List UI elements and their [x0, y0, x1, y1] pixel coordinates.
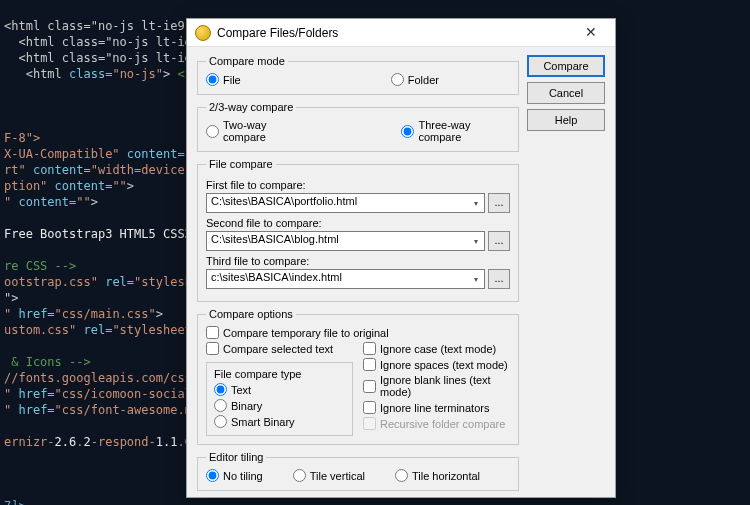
editor-tiling-group: Editor tiling No tiling Tile vertical Ti… — [197, 451, 519, 491]
third-file-label: Third file to compare: — [206, 255, 510, 267]
dialog-title: Compare Files/Folders — [217, 26, 569, 40]
app-icon — [195, 25, 211, 41]
first-file-combo[interactable]: C:\sites\BASICA\portfolio.html ▾ — [206, 193, 485, 213]
radio-no-tiling[interactable]: No tiling — [206, 469, 263, 482]
check-recursive: Recursive folder compare — [363, 417, 510, 430]
cancel-button[interactable]: Cancel — [527, 82, 605, 104]
check-temp[interactable]: Compare temporary file to original — [206, 326, 510, 339]
check-ignore-case[interactable]: Ignore case (text mode) — [363, 342, 510, 355]
second-file-label: Second file to compare: — [206, 217, 510, 229]
way-compare-group: 2/3-way compare Two-way compare Three-wa… — [197, 101, 519, 152]
radio-two-way[interactable]: Two-way compare — [206, 119, 306, 143]
compare-dialog: Compare Files/Folders ✕ Compare mode Fil… — [186, 18, 616, 498]
chevron-down-icon[interactable]: ▾ — [468, 270, 484, 288]
check-ignore-term[interactable]: Ignore line terminators — [363, 401, 510, 414]
radio-folder[interactable]: Folder — [391, 73, 439, 86]
editor-tiling-legend: Editor tiling — [206, 451, 266, 463]
compare-options-group: Compare options Compare temporary file t… — [197, 308, 519, 445]
chevron-down-icon[interactable]: ▾ — [468, 194, 484, 212]
close-icon[interactable]: ✕ — [575, 23, 607, 43]
help-button[interactable]: Help — [527, 109, 605, 131]
compare-button[interactable]: Compare — [527, 55, 605, 77]
third-file-browse[interactable]: ... — [488, 269, 510, 289]
file-compare-group: File compare First file to compare: C:\s… — [197, 158, 519, 302]
file-compare-type-legend: File compare type — [214, 368, 345, 380]
compare-mode-legend: Compare mode — [206, 55, 288, 67]
third-file-combo[interactable]: c:\sites\BASICA\index.html ▾ — [206, 269, 485, 289]
first-file-label: First file to compare: — [206, 179, 510, 191]
radio-smart-binary[interactable]: Smart Binary — [214, 415, 345, 428]
check-ignore-blank[interactable]: Ignore blank lines (text mode) — [363, 374, 510, 398]
titlebar: Compare Files/Folders ✕ — [187, 19, 615, 47]
first-file-browse[interactable]: ... — [488, 193, 510, 213]
file-compare-legend: File compare — [206, 158, 276, 170]
compare-options-legend: Compare options — [206, 308, 296, 320]
file-compare-type-group: File compare type Text Binary Smart Bina… — [206, 362, 353, 436]
radio-three-way[interactable]: Three-way compare — [401, 119, 510, 143]
radio-tile-horizontal[interactable]: Tile horizontal — [395, 469, 480, 482]
radio-text[interactable]: Text — [214, 383, 345, 396]
check-selected[interactable]: Compare selected text — [206, 342, 353, 355]
second-file-browse[interactable]: ... — [488, 231, 510, 251]
compare-mode-group: Compare mode File Folder — [197, 55, 519, 95]
second-file-combo[interactable]: C:\sites\BASICA\blog.html ▾ — [206, 231, 485, 251]
radio-binary[interactable]: Binary — [214, 399, 345, 412]
radio-tile-vertical[interactable]: Tile vertical — [293, 469, 365, 482]
check-ignore-spaces[interactable]: Ignore spaces (text mode) — [363, 358, 510, 371]
way-compare-legend: 2/3-way compare — [206, 101, 296, 113]
radio-file[interactable]: File — [206, 73, 241, 86]
chevron-down-icon[interactable]: ▾ — [468, 232, 484, 250]
